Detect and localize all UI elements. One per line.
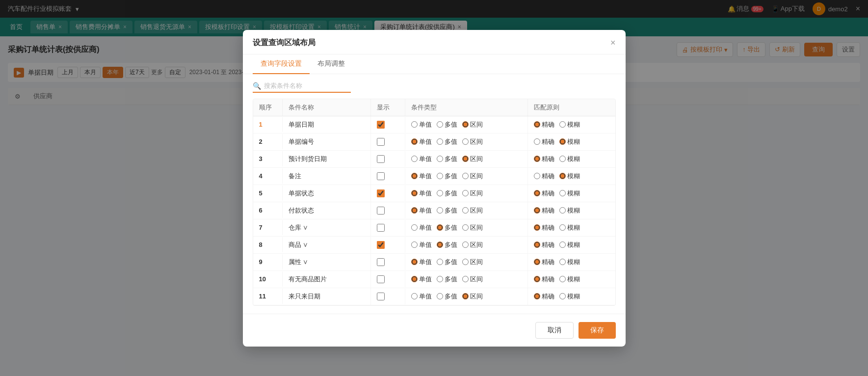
type-radio-label-4-单值[interactable]: 单值 — [411, 172, 432, 181]
search-conditions-input[interactable] — [264, 82, 342, 89]
type-radio-label-7-多值[interactable]: 多值 — [437, 223, 457, 232]
type-radio-label-6-多值[interactable]: 多值 — [437, 206, 457, 215]
match-radio-8-精确[interactable] — [534, 242, 540, 248]
match-radio-7-模糊[interactable] — [559, 224, 566, 231]
type-radio-11-单值[interactable] — [411, 293, 418, 299]
type-radio-10-单值[interactable] — [411, 276, 418, 282]
type-radio-9-单值[interactable] — [411, 259, 418, 265]
type-radio-label-2-多值[interactable]: 多值 — [437, 137, 457, 146]
type-radio-1-单值[interactable] — [411, 121, 418, 128]
save-button[interactable]: 保存 — [579, 322, 616, 339]
match-radio-2-精确[interactable] — [534, 138, 540, 145]
match-radio-9-精确[interactable] — [534, 259, 540, 265]
show-checkbox-11[interactable] — [377, 293, 385, 300]
match-radio-label-9-精确[interactable]: 精确 — [534, 258, 554, 267]
match-radio-label-6-模糊[interactable]: 模糊 — [559, 206, 580, 215]
type-radio-7-多值[interactable] — [437, 224, 443, 231]
match-radio-11-模糊[interactable] — [559, 293, 566, 299]
match-radio-label-7-模糊[interactable]: 模糊 — [559, 223, 580, 232]
match-radio-label-9-模糊[interactable]: 模糊 — [559, 258, 580, 267]
match-radio-label-10-模糊[interactable]: 模糊 — [559, 275, 580, 284]
match-radio-label-2-精确[interactable]: 精确 — [534, 137, 554, 146]
match-radio-3-模糊[interactable] — [559, 156, 566, 162]
match-radio-10-模糊[interactable] — [559, 276, 566, 282]
match-radio-label-3-精确[interactable]: 精确 — [534, 155, 554, 163]
type-radio-2-区间[interactable] — [462, 138, 469, 145]
dialog-tab-query-fields[interactable]: 查询字段设置 — [253, 54, 310, 74]
type-radio-1-多值[interactable] — [437, 121, 443, 128]
type-radio-label-11-区间[interactable]: 区间 — [462, 292, 483, 301]
match-radio-label-11-精确[interactable]: 精确 — [534, 292, 554, 301]
type-radio-label-10-多值[interactable]: 多值 — [437, 275, 457, 284]
type-radio-8-多值[interactable] — [437, 242, 443, 248]
match-radio-label-6-精确[interactable]: 精确 — [534, 206, 554, 215]
type-radio-label-1-区间[interactable]: 区间 — [462, 120, 483, 129]
match-radio-label-11-模糊[interactable]: 模糊 — [559, 292, 580, 301]
type-radio-1-区间[interactable] — [462, 121, 469, 128]
match-radio-3-精确[interactable] — [534, 156, 540, 162]
type-radio-3-单值[interactable] — [411, 156, 418, 162]
type-radio-2-单值[interactable] — [411, 138, 418, 145]
show-checkbox-7[interactable] — [377, 224, 385, 232]
match-radio-label-2-模糊[interactable]: 模糊 — [559, 137, 580, 146]
type-radio-label-4-区间[interactable]: 区间 — [462, 172, 483, 181]
show-checkbox-1[interactable] — [377, 121, 385, 129]
type-radio-label-3-多值[interactable]: 多值 — [437, 155, 457, 163]
show-checkbox-10[interactable] — [377, 275, 385, 283]
match-radio-label-10-精确[interactable]: 精确 — [534, 275, 554, 284]
type-radio-label-11-单值[interactable]: 单值 — [411, 292, 432, 301]
match-radio-label-1-模糊[interactable]: 模糊 — [559, 120, 580, 129]
type-radio-11-区间[interactable] — [462, 293, 469, 299]
match-radio-label-4-模糊[interactable]: 模糊 — [559, 172, 580, 181]
show-checkbox-4[interactable] — [377, 172, 385, 180]
type-radio-6-区间[interactable] — [462, 207, 469, 214]
type-radio-label-3-区间[interactable]: 区间 — [462, 155, 483, 163]
match-radio-7-精确[interactable] — [534, 224, 540, 231]
match-radio-4-精确[interactable] — [534, 173, 540, 179]
type-radio-label-6-单值[interactable]: 单值 — [411, 206, 432, 215]
match-radio-2-模糊[interactable] — [559, 138, 566, 145]
match-radio-9-模糊[interactable] — [559, 259, 566, 265]
match-radio-8-模糊[interactable] — [559, 242, 566, 248]
type-radio-label-7-区间[interactable]: 区间 — [462, 223, 483, 232]
match-radio-label-5-精确[interactable]: 精确 — [534, 189, 554, 198]
match-radio-10-精确[interactable] — [534, 276, 540, 282]
type-radio-label-9-多值[interactable]: 多值 — [437, 258, 457, 267]
type-radio-label-7-单值[interactable]: 单值 — [411, 223, 432, 232]
type-radio-label-3-单值[interactable]: 单值 — [411, 155, 432, 163]
type-radio-label-8-多值[interactable]: 多值 — [437, 241, 457, 249]
type-radio-10-区间[interactable] — [462, 276, 469, 282]
type-radio-label-9-区间[interactable]: 区间 — [462, 258, 483, 267]
match-radio-label-4-精确[interactable]: 精确 — [534, 172, 554, 181]
match-radio-4-模糊[interactable] — [559, 173, 566, 179]
type-radio-8-区间[interactable] — [462, 242, 469, 248]
type-radio-label-1-单值[interactable]: 单值 — [411, 120, 432, 129]
type-radio-label-2-区间[interactable]: 区间 — [462, 137, 483, 146]
type-radio-label-1-多值[interactable]: 多值 — [437, 120, 457, 129]
match-radio-6-模糊[interactable] — [559, 207, 566, 214]
match-radio-11-精确[interactable] — [534, 293, 540, 299]
type-radio-label-5-区间[interactable]: 区间 — [462, 189, 483, 198]
show-checkbox-9[interactable] — [377, 258, 385, 266]
show-checkbox-6[interactable] — [377, 207, 385, 215]
type-radio-9-区间[interactable] — [462, 259, 469, 265]
show-checkbox-2[interactable] — [377, 138, 385, 146]
type-radio-3-区间[interactable] — [462, 156, 469, 162]
show-checkbox-3[interactable] — [377, 155, 385, 163]
type-radio-label-6-区间[interactable]: 区间 — [462, 206, 483, 215]
match-radio-1-模糊[interactable] — [559, 121, 566, 128]
type-radio-4-多值[interactable] — [437, 173, 443, 179]
type-radio-label-5-多值[interactable]: 多值 — [437, 189, 457, 198]
type-radio-6-单值[interactable] — [411, 207, 418, 214]
match-radio-1-精确[interactable] — [534, 121, 540, 128]
dialog-tab-layout[interactable]: 布局调整 — [310, 54, 353, 74]
show-checkbox-8[interactable] — [377, 241, 385, 249]
match-radio-label-3-模糊[interactable]: 模糊 — [559, 155, 580, 163]
type-radio-10-多值[interactable] — [437, 276, 443, 282]
type-radio-label-11-多值[interactable]: 多值 — [437, 292, 457, 301]
type-radio-4-单值[interactable] — [411, 173, 418, 179]
type-radio-3-多值[interactable] — [437, 156, 443, 162]
type-radio-11-多值[interactable] — [437, 293, 443, 299]
type-radio-label-2-单值[interactable]: 单值 — [411, 137, 432, 146]
match-radio-label-1-精确[interactable]: 精确 — [534, 120, 554, 129]
